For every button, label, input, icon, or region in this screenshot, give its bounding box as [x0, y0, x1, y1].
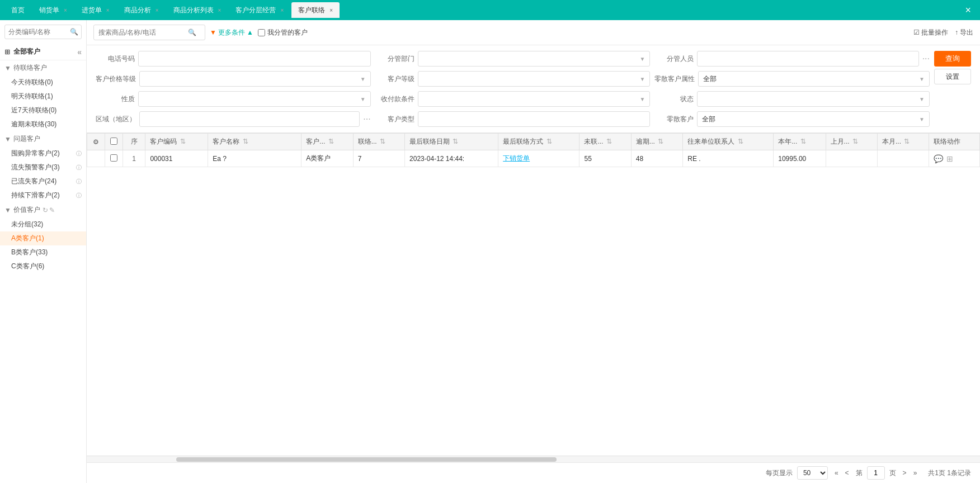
retail-cust-arrow: ▼ — [919, 116, 925, 122]
table-name-col[interactable]: 客户名称 ⇅ — [208, 134, 301, 150]
query-button[interactable]: 查询 — [934, 51, 971, 67]
table-gear-col[interactable]: ⚙ — [87, 134, 105, 150]
close-analysis-tab[interactable]: × — [156, 7, 159, 13]
payment-label: 收付款条件 — [375, 94, 414, 104]
scrollbar-thumb[interactable] — [176, 457, 557, 462]
qr-icon[interactable]: ⊞ — [946, 154, 953, 163]
person-dots[interactable]: ··· — [922, 54, 930, 64]
row-actions: 💬 ⊞ — [929, 150, 980, 167]
edit-icon[interactable]: ✎ — [49, 206, 55, 214]
table-last-month-col[interactable]: 上月... ⇅ — [826, 134, 877, 150]
table-scrollbar[interactable] — [87, 456, 980, 462]
right-actions: ☑ 批量操作 ↑ 导出 — [913, 28, 973, 37]
close-customer-contact-tab[interactable]: × — [329, 7, 333, 13]
batch-op-link[interactable]: ☑ 批量操作 — [913, 28, 948, 37]
filter-toolbar: 🔍 ▼ 更多条件 ▲ 我分管的客户 ☑ 批量操作 ↑ 导出 — [87, 20, 980, 45]
sidebar-item-declining[interactable]: 持续下滑客户(2) ⓘ — [0, 188, 86, 202]
phone-input[interactable] — [138, 51, 371, 67]
filter-row-3: 性质 ▼ 收付款条件 ▼ — [96, 91, 930, 107]
nav-tab-customer-contact[interactable]: 客户联络 × — [291, 2, 340, 18]
status-select[interactable]: ▼ — [697, 91, 930, 107]
filter-search-icon[interactable]: 🔍 — [188, 29, 196, 36]
nav-tab-analysis[interactable]: 商品分析 × — [117, 2, 166, 18]
sidebar-search-icon[interactable]: 🔍 — [70, 28, 78, 36]
sidebar-item-b-class[interactable]: B类客户(33) — [0, 245, 86, 259]
sidebar-item-tomorrow-pending[interactable]: 明天待联络(1) — [0, 89, 86, 103]
sidebar-item-week-pending[interactable]: 近7天待联络(0) — [0, 103, 86, 117]
sidebar-item-c-class[interactable]: C类客户(6) — [0, 259, 86, 273]
nature-select[interactable]: ▼ — [138, 91, 371, 107]
sidebar-group-problem[interactable]: ▼ 问题客户 — [0, 131, 86, 146]
retail-cust-select[interactable]: 全部 ▼ — [697, 111, 930, 127]
close-purchase-tab[interactable]: × — [106, 7, 110, 13]
table-this-year-col[interactable]: 本年... ⇅ — [774, 134, 826, 150]
nav-tab-sales[interactable]: 销货单 × — [32, 2, 74, 18]
row-this-month — [877, 150, 929, 167]
first-page-btn[interactable]: « — [832, 468, 841, 478]
nav-tab-purchase[interactable]: 进货单 × — [75, 2, 116, 18]
table-code-col[interactable]: 客户编码 ⇅ — [145, 134, 208, 150]
close-customer-tier-tab[interactable]: × — [280, 7, 284, 13]
sidebar-item-ungrouped[interactable]: 未分组(32) — [0, 217, 86, 231]
table-uncontacted-col[interactable]: 未联... ⇅ — [579, 134, 631, 150]
dept-select[interactable]: ▼ — [418, 51, 651, 67]
table-action-col: 联络动作 — [929, 134, 980, 150]
region-dots[interactable]: ··· — [363, 114, 370, 124]
my-customers-checkbox-input[interactable] — [258, 29, 265, 36]
sidebar-item-today-pending[interactable]: 今天待联络(0) — [0, 75, 86, 89]
sidebar-collapse-btn[interactable]: « — [77, 48, 82, 56]
sidebar-search-container: 🔍 — [0, 20, 86, 44]
filter-more-conditions[interactable]: ▼ 更多条件 ▲ — [210, 28, 253, 37]
page-size-select[interactable]: 20 50 100 — [797, 466, 828, 480]
filter-cust-level: 客户等级 ▼ — [375, 71, 651, 87]
settings-button[interactable]: 设置 — [934, 69, 971, 84]
prev-page-btn[interactable]: < — [843, 468, 851, 478]
sidebar-group-value[interactable]: ▼ 价值客户 ↻ ✎ — [0, 202, 86, 217]
sidebar-group-pending[interactable]: ▼ 待联络客户 — [0, 60, 86, 75]
retail-attr-select[interactable]: 全部 ▼ — [698, 71, 930, 87]
payment-select[interactable]: ▼ — [418, 91, 651, 107]
chat-icon[interactable]: 💬 — [934, 154, 943, 163]
sidebar-all-customers-header[interactable]: ⊞ 全部客户 « — [0, 44, 86, 60]
row-last-date: 2023-04-12 14:44: — [405, 150, 498, 167]
retail-attr-arrow: ▼ — [919, 76, 925, 82]
table-last-method-col[interactable]: 最后联络方式 ⇅ — [498, 134, 579, 150]
nav-tab-home[interactable]: 首页 — [4, 2, 31, 18]
cust-level-select[interactable]: ▼ — [418, 71, 651, 87]
my-customers-checkbox[interactable]: 我分管的客户 — [258, 28, 308, 37]
row-select-checkbox[interactable] — [110, 154, 117, 162]
nav-tab-customer-tier[interactable]: 客户分层经营 × — [229, 2, 290, 18]
export-link[interactable]: ↑ 导出 — [955, 28, 973, 37]
page-number-input[interactable] — [867, 466, 885, 480]
sidebar-item-a-class[interactable]: A类客户(1) — [0, 231, 86, 245]
sidebar-item-churn-warning[interactable]: 流失预警客户(3) ⓘ — [0, 160, 86, 174]
table-overdue-col[interactable]: 逾期... ⇅ — [631, 134, 682, 150]
payment-arrow: ▼ — [639, 96, 645, 102]
last-method-link[interactable]: 下销货单 — [503, 154, 530, 162]
batch-icon: ☑ — [913, 29, 920, 36]
table-level-col[interactable]: 客户... ⇅ — [301, 134, 353, 150]
table-last-date-col[interactable]: 最后联络日期 ⇅ — [405, 134, 498, 150]
refresh-icon[interactable]: ↻ — [43, 206, 48, 214]
person-input[interactable] — [697, 51, 918, 67]
price-level-select[interactable]: ▼ — [139, 71, 371, 87]
close-sales-tab[interactable]: × — [64, 7, 67, 13]
cust-type-input[interactable] — [418, 111, 651, 127]
sidebar-item-overdue-pending[interactable]: 逾期未联络(30) — [0, 117, 86, 131]
contact-person-sort-icon: ⇅ — [738, 138, 743, 145]
table-contact-person-col[interactable]: 往来单位联系人 ⇅ — [683, 134, 774, 150]
last-page-btn[interactable]: » — [911, 468, 920, 478]
sidebar-item-hoarding[interactable]: 囤购异常客户(2) ⓘ — [0, 146, 86, 160]
table-this-month-col[interactable]: 本月... ⇅ — [877, 134, 929, 150]
filter-search-input[interactable] — [98, 29, 188, 36]
price-level-label: 客户价格等级 — [96, 74, 136, 84]
region-label: 区域（地区） — [96, 115, 136, 124]
region-input[interactable] — [139, 111, 360, 127]
next-page-btn[interactable]: > — [901, 468, 909, 478]
close-all-tabs[interactable]: × — [960, 4, 976, 16]
nav-tab-analysis-list[interactable]: 商品分析列表 × — [167, 2, 228, 18]
sidebar-item-churned[interactable]: 已流失客户(24) ⓘ — [0, 174, 86, 188]
table-contact-col[interactable]: 联络... ⇅ — [353, 134, 404, 150]
close-analysis-list-tab[interactable]: × — [218, 7, 222, 13]
select-all-checkbox[interactable] — [110, 138, 117, 145]
